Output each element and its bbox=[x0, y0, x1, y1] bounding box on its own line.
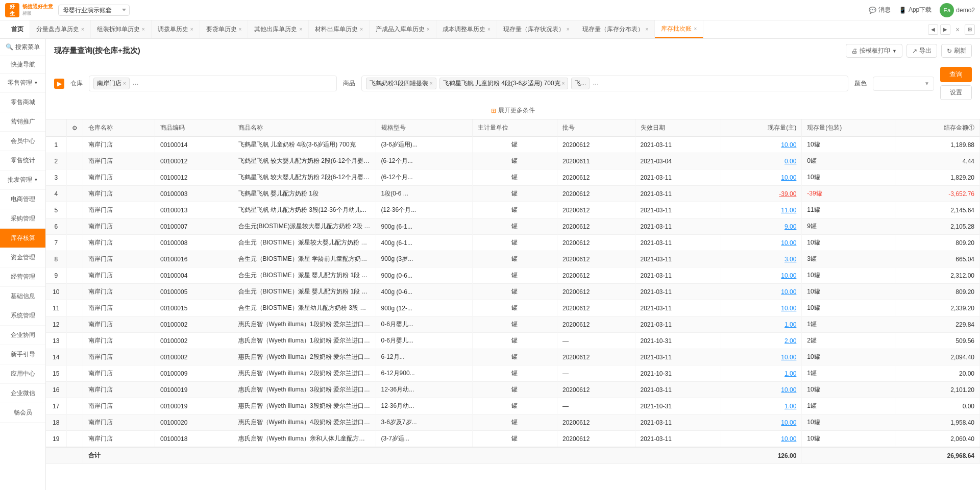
cell-stock-pkg: 11罐 bbox=[802, 202, 895, 218]
cell-stock-main[interactable]: 10.00 bbox=[721, 137, 802, 153]
sidebar-search[interactable]: 🔍 搜索菜单 bbox=[0, 39, 45, 56]
tab-product-in[interactable]: 产成品入库单历史 × bbox=[370, 20, 436, 38]
sidebar-item-enterprise[interactable]: 企业协同 bbox=[0, 326, 45, 345]
table-row: 9 南岸门店 00100004 合生元（BIOSTIME）派星 婴儿配方奶粉 1… bbox=[46, 267, 980, 284]
sidebar-item-member2[interactable]: 畅会员 bbox=[0, 403, 45, 423]
sidebar-item-system[interactable]: 系统管理 bbox=[0, 306, 45, 326]
cell-stock-main[interactable]: 9.00 bbox=[721, 218, 802, 235]
expand-more-conditions[interactable]: ⊞ 展开更多条件 bbox=[54, 104, 972, 119]
sidebar-item-member[interactable]: 会员中心 bbox=[0, 132, 45, 151]
sidebar-item-purchase[interactable]: 采购管理 bbox=[0, 209, 45, 229]
sidebar-item-marketing[interactable]: 营销推广 bbox=[0, 112, 45, 132]
close-tab-cost-adjust[interactable]: × bbox=[487, 27, 491, 32]
product-more-btn[interactable]: ··· bbox=[593, 80, 599, 88]
tab-close-all-btn[interactable]: × bbox=[952, 24, 963, 35]
tab-material-out[interactable]: 材料出库单历史 × bbox=[309, 20, 370, 38]
app-download-btn[interactable]: 📱 App下载 bbox=[899, 6, 932, 14]
warehouse-filter-area[interactable]: 南岸门店 × ··· bbox=[89, 76, 337, 91]
cell-stock-main[interactable]: 10.00 bbox=[721, 349, 802, 365]
remove-product-tag-2[interactable]: × bbox=[562, 81, 565, 86]
cell-stock-main[interactable]: 0.00 bbox=[721, 153, 802, 169]
cell-balance: 2,339.20 bbox=[895, 300, 979, 316]
col-settings-icon[interactable]: ⚙ bbox=[72, 125, 78, 132]
tab-requisition[interactable]: 要货单历史 × bbox=[200, 20, 249, 38]
cell-stock-main[interactable]: 1.00 bbox=[721, 365, 802, 382]
tab-split[interactable]: 分量盘点单历史 × bbox=[30, 20, 91, 38]
close-tab-split[interactable]: × bbox=[81, 27, 84, 32]
sidebar-item-basic[interactable]: 基础信息 bbox=[0, 287, 45, 306]
cell-code: 00100019 bbox=[155, 382, 233, 398]
close-tab-requisition[interactable]: × bbox=[239, 27, 242, 32]
tab-adjust[interactable]: 调拨单历史 × bbox=[152, 20, 200, 38]
cell-stock-main[interactable]: 10.00 bbox=[721, 414, 802, 431]
product-filter-area[interactable]: 飞鹤奶粉3段四罐提装 × 飞鹤星飞帆 儿童奶粉 4段(3-6岁适用) 700克 … bbox=[361, 76, 848, 91]
close-tab-dismantle[interactable]: × bbox=[142, 27, 145, 32]
close-tab-product-in[interactable]: × bbox=[427, 27, 430, 32]
cell-stock-main[interactable]: 10.00 bbox=[721, 300, 802, 316]
cell-stock-main[interactable]: 2.00 bbox=[721, 333, 802, 349]
query-btn[interactable]: 查询 bbox=[940, 67, 972, 82]
export-btn[interactable]: ↗ 导出 bbox=[906, 44, 937, 58]
close-tab-material-out[interactable]: × bbox=[360, 27, 363, 32]
close-tab-other-out[interactable]: × bbox=[299, 27, 302, 32]
tab-stock-status[interactable]: 现存量（库存状况表）× bbox=[497, 20, 576, 38]
message-btn[interactable]: 💬 消息 bbox=[869, 6, 891, 14]
close-tab-stock-status[interactable]: × bbox=[567, 27, 570, 32]
cell-code: 00100015 bbox=[155, 300, 233, 316]
sidebar-item-wholesale[interactable]: 批发管理 bbox=[0, 170, 45, 190]
tab-prev-btn[interactable]: ◀ bbox=[928, 24, 938, 35]
filter-expand-btn[interactable]: ▶ bbox=[54, 79, 64, 89]
sidebar-item-ecommerce[interactable]: 电商管理 bbox=[0, 190, 45, 209]
color-dropdown-icon[interactable]: ▼ bbox=[924, 81, 929, 86]
cell-stock-main[interactable]: 3.00 bbox=[721, 251, 802, 267]
tab-home[interactable]: 首页 bbox=[5, 20, 30, 38]
tab-menu-btn[interactable]: ⊞ bbox=[965, 24, 975, 35]
user-profile[interactable]: Ea demo2 bbox=[940, 3, 975, 17]
sidebar-item-stock[interactable]: 库存核算 bbox=[0, 229, 45, 248]
col-settings[interactable]: ⚙ bbox=[66, 119, 83, 137]
cell-index: 13 bbox=[46, 333, 66, 349]
tab-batch-account[interactable]: 库存批次账 × bbox=[655, 20, 703, 38]
tab-next-btn[interactable]: ▶ bbox=[940, 24, 950, 35]
sidebar-item-retail-mgmt[interactable]: 零售管理 bbox=[0, 74, 45, 93]
cell-stock-main[interactable]: 1.00 bbox=[721, 316, 802, 333]
cell-stock-main[interactable]: 10.00 bbox=[721, 169, 802, 186]
remove-product-tag-1[interactable]: × bbox=[430, 81, 433, 86]
cell-stock-main[interactable]: 11.00 bbox=[721, 202, 802, 218]
sidebar-item-appstore[interactable]: 应用中心 bbox=[0, 364, 45, 384]
settings-btn[interactable]: 设置 bbox=[940, 85, 972, 100]
sidebar-item-retail-stats[interactable]: 零售统计 bbox=[0, 151, 45, 170]
cell-stock-main[interactable]: 10.00 bbox=[721, 382, 802, 398]
sidebar-quick-nav[interactable]: 快捷导航 bbox=[0, 56, 45, 74]
cell-stock-main[interactable]: 10.00 bbox=[721, 267, 802, 284]
close-tab-stock-dist[interactable]: × bbox=[646, 27, 649, 32]
sidebar-item-wechat[interactable]: 企业微信 bbox=[0, 384, 45, 403]
tab-stock-dist[interactable]: 现存量（库存分布表）× bbox=[576, 20, 655, 38]
sidebar-item-retail-shop[interactable]: 零售商城 bbox=[0, 93, 45, 112]
tab-other-out[interactable]: 其他出库单历史 × bbox=[248, 20, 309, 38]
cell-stock-main[interactable]: 10.00 bbox=[721, 284, 802, 300]
tab-cost-adjust[interactable]: 成本调整单历史 × bbox=[436, 20, 497, 38]
page-title: 现存量查询(按仓库+批次) bbox=[54, 46, 140, 56]
color-filter-area[interactable]: ▼ bbox=[873, 77, 934, 91]
industry-select[interactable]: 母婴行业演示账套 bbox=[58, 5, 130, 16]
print-icon: 🖨 bbox=[851, 47, 857, 55]
cell-stock-main[interactable]: 1.00 bbox=[721, 398, 802, 414]
sidebar-item-newguide[interactable]: 新手引导 bbox=[0, 345, 45, 364]
tab-dismantle[interactable]: 组装拆卸单历史 × bbox=[91, 20, 152, 38]
sidebar-item-operation[interactable]: 经营管理 bbox=[0, 267, 45, 287]
warehouse-more-btn[interactable]: ··· bbox=[133, 80, 139, 88]
sidebar-item-finance[interactable]: 资金管理 bbox=[0, 248, 45, 267]
cell-stock-main[interactable]: -39.00 bbox=[721, 186, 802, 202]
close-tab-adjust[interactable]: × bbox=[190, 27, 193, 32]
table-row: 10 南岸门店 00100005 合生元（BIOSTIME）派星 婴儿配方奶粉 … bbox=[46, 284, 980, 300]
cell-stock-main[interactable]: 10.00 bbox=[721, 235, 802, 251]
cell-stock-pkg: 10罐 bbox=[802, 284, 895, 300]
remove-warehouse-tag[interactable]: × bbox=[123, 81, 126, 86]
table-row: 2 南岸门店 00100012 飞鹤星飞帆 较大婴儿配方奶粉 2段(6-12个月… bbox=[46, 153, 980, 169]
close-tab-batch-account[interactable]: × bbox=[694, 26, 697, 32]
cell-settings bbox=[66, 186, 83, 202]
cell-stock-main[interactable]: 10.00 bbox=[721, 431, 802, 448]
refresh-btn[interactable]: ↻ 刷新 bbox=[941, 44, 972, 58]
template-print-btn[interactable]: 🖨 按模板打印 ▼ bbox=[846, 44, 902, 58]
